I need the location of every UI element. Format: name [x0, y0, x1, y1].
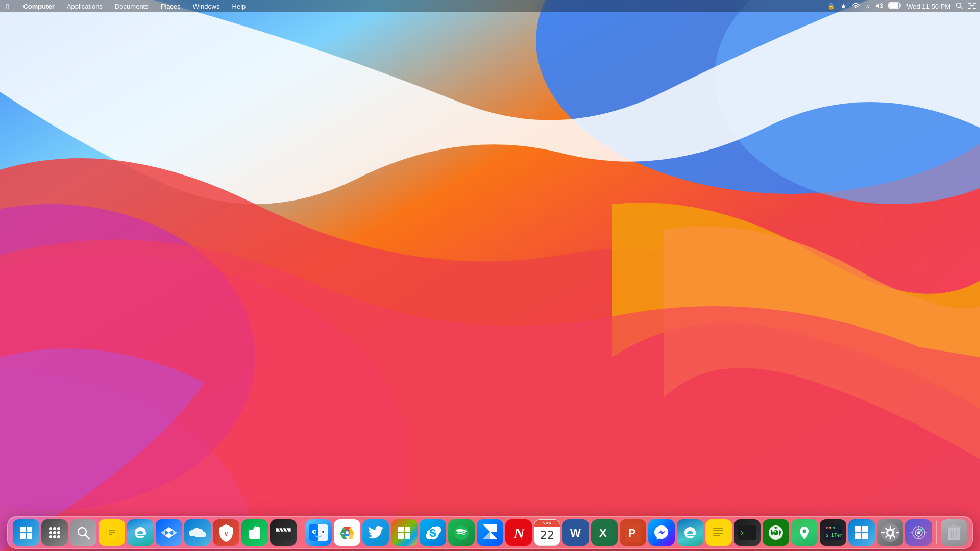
- dock-item-calendar[interactable]: SUN 22: [534, 519, 560, 546]
- svg-rect-11: [968, 3, 971, 4]
- dock-item-word[interactable]: W: [562, 519, 589, 546]
- svg-point-26: [49, 535, 52, 538]
- dock-item-netflix[interactable]: N: [505, 519, 532, 546]
- dock-item-twitter[interactable]: [362, 519, 389, 546]
- music-icon[interactable]: ♬: [865, 3, 870, 10]
- dock-item-network[interactable]: [905, 519, 932, 546]
- dock-icon-word: W: [562, 519, 589, 546]
- dock-item-edge2[interactable]: [677, 519, 703, 546]
- menubar-left:  Computer Applications Documents Places…: [4, 1, 248, 12]
- svg-rect-36: [276, 531, 291, 540]
- menu-computer[interactable]: Computer: [21, 2, 56, 11]
- menubar-right: 🔒 ★ ♬ Wed 11:50 PM: [827, 2, 976, 11]
- dock-icon-netflix: N: [505, 519, 532, 546]
- dock-icon-skype: [420, 519, 446, 546]
- svg-text:W: W: [570, 527, 581, 539]
- dock-item-dropbox[interactable]: [156, 519, 182, 546]
- dock-icon-dropbox: [156, 519, 182, 546]
- svg-rect-31: [107, 527, 117, 539]
- dock-icon-onedrive: [184, 519, 211, 546]
- dock-icon-framer: [477, 519, 503, 546]
- dock-item-trash[interactable]: [941, 519, 967, 546]
- svg-point-74: [803, 530, 806, 533]
- dock: V: [7, 516, 973, 549]
- dock-item-windows2[interactable]: [848, 519, 875, 546]
- svg-rect-14: [968, 8, 971, 9]
- dock-icon-maps: [791, 519, 818, 546]
- dock-item-launchpad[interactable]: [41, 519, 68, 546]
- menu-windows[interactable]: Windows: [191, 2, 222, 11]
- dock-icon-network: [905, 519, 932, 546]
- dock-icon-iterm: $ iTerm2: [820, 519, 846, 546]
- dock-item-iterm[interactable]: $ iTerm2: [820, 519, 846, 546]
- volume-icon[interactable]: [875, 3, 883, 10]
- dock-item-framer[interactable]: [477, 519, 503, 546]
- dock-item-preferences[interactable]: [877, 519, 903, 546]
- dock-item-edge[interactable]: [127, 519, 154, 546]
- bluetooth-icon[interactable]: ★: [840, 2, 847, 10]
- svg-rect-82: [862, 526, 868, 532]
- dock-item-stickies[interactable]: [705, 519, 732, 546]
- dock-item-ms-store[interactable]: [391, 519, 418, 546]
- dock-icon-twitter: [362, 519, 389, 546]
- svg-rect-96: [952, 524, 956, 527]
- battery-icon[interactable]: [888, 2, 901, 10]
- svg-point-79: [833, 527, 835, 529]
- dock-item-finder[interactable]: [305, 519, 332, 546]
- svg-point-22: [57, 527, 60, 530]
- menu-applications[interactable]: Applications: [65, 2, 105, 11]
- svg-rect-18: [20, 533, 26, 539]
- dock-item-xbox[interactable]: [763, 519, 789, 546]
- dock-item-evernote[interactable]: [241, 519, 268, 546]
- dock-item-notes[interactable]: [99, 519, 125, 546]
- svg-text:X: X: [599, 527, 607, 539]
- dock-icon-evernote: [241, 519, 268, 546]
- apple-menu[interactable]: : [4, 1, 11, 12]
- svg-rect-7: [889, 3, 898, 8]
- svg-point-87: [888, 531, 892, 535]
- calendar-day: 22: [540, 529, 554, 541]
- svg-point-73: [773, 530, 778, 535]
- svg-point-78: [829, 527, 831, 529]
- svg-text:P: P: [628, 527, 636, 539]
- menu-documents[interactable]: Documents: [113, 2, 151, 11]
- dock-icon-edge: [127, 519, 154, 546]
- dock-item-onedrive[interactable]: [184, 519, 211, 546]
- dock-icon-spotify: [448, 519, 475, 546]
- dock-separator: [301, 521, 301, 544]
- dock-icon-claquette: [270, 519, 297, 546]
- svg-point-21: [53, 527, 56, 530]
- dock-icon-preferences: [877, 519, 903, 546]
- dock-item-messenger[interactable]: [648, 519, 675, 546]
- dock-icon-excel: X: [591, 519, 618, 546]
- dock-item-spotify[interactable]: [448, 519, 475, 546]
- dock-item-claquette[interactable]: [270, 519, 297, 546]
- svg-rect-56: [405, 533, 410, 539]
- dock-item-terminal[interactable]: ❯_: [734, 519, 761, 546]
- dock-item-excel[interactable]: X: [591, 519, 618, 546]
- dock-item-windows-app[interactable]: [13, 519, 39, 546]
- svg-text:V: V: [225, 531, 228, 537]
- svg-rect-55: [398, 533, 404, 539]
- dock-icon-launchpad: [41, 519, 68, 546]
- dock-item-spotlight[interactable]: [70, 519, 96, 546]
- menu-help[interactable]: Help: [230, 2, 248, 11]
- dock-separator-2: [936, 521, 937, 544]
- dock-item-powerpoint[interactable]: P: [620, 519, 646, 546]
- svg-rect-67: [713, 530, 723, 531]
- dock-item-chrome[interactable]: [334, 519, 360, 546]
- svg-line-10: [961, 7, 963, 9]
- search-menubar-icon[interactable]: [955, 2, 963, 11]
- svg-rect-19: [27, 533, 32, 539]
- dock-container: V: [7, 516, 973, 549]
- dock-item-maps[interactable]: [791, 519, 818, 546]
- wifi-icon[interactable]: [852, 3, 860, 10]
- menu-places[interactable]: Places: [159, 2, 183, 11]
- dock-icon-notes: [99, 519, 125, 546]
- lock-icon[interactable]: 🔒: [827, 3, 835, 10]
- dock-icon-messenger: [648, 519, 675, 546]
- dock-icon-vpn: V: [213, 519, 239, 546]
- dock-item-vpn[interactable]: V: [213, 519, 239, 546]
- control-center-icon[interactable]: [968, 3, 976, 10]
- dock-item-skype[interactable]: [420, 519, 446, 546]
